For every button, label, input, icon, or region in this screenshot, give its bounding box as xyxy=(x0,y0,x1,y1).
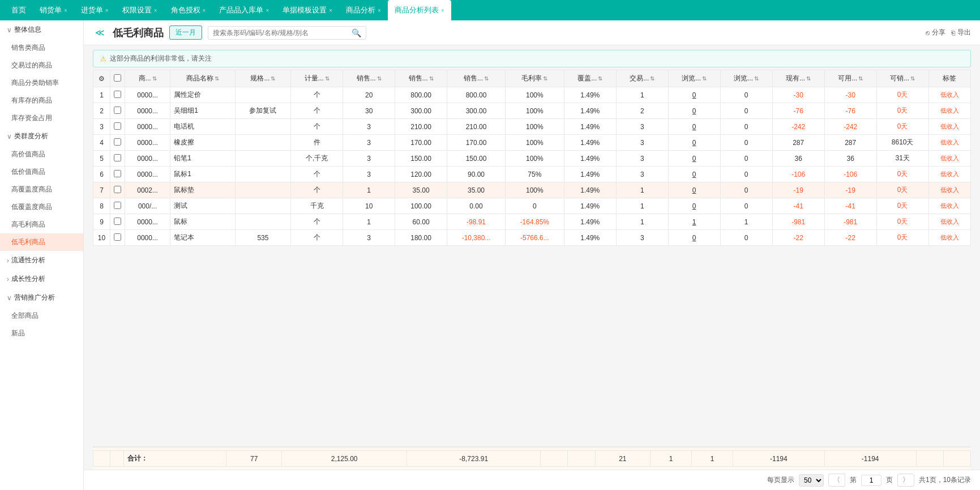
sidebar-item-new-goods[interactable]: 新品 xyxy=(0,325,83,342)
sidebar-group-cluster[interactable]: ∨ 类群度分析 xyxy=(0,127,83,146)
settings-icon[interactable]: ⚙ xyxy=(99,75,105,83)
sidebar-group-growth[interactable]: › 成长性分析 xyxy=(0,270,83,288)
cell-checkbox[interactable] xyxy=(110,167,125,182)
sidebar-item-traded-goods[interactable]: 交易过的商品 xyxy=(0,57,83,74)
row-checkbox[interactable] xyxy=(114,170,121,177)
row-checkbox[interactable] xyxy=(114,202,121,209)
filter-recent-month[interactable]: 近一月 xyxy=(169,25,202,40)
sidebar-item-stocked-goods[interactable]: 有库存的商品 xyxy=(0,92,83,109)
cell-name[interactable]: 鼠标 xyxy=(170,214,236,230)
nav-close-products[interactable]: × xyxy=(266,7,269,14)
next-page-btn[interactable]: 〉 xyxy=(897,474,914,487)
sidebar-item-low-coverage[interactable]: 低覆盖度商品 xyxy=(0,198,83,216)
col-checkbox[interactable] xyxy=(110,70,125,87)
nav-products[interactable]: 产品品入库单 × xyxy=(212,0,276,20)
row-checkbox[interactable] xyxy=(114,218,121,225)
col-margin-rate[interactable]: 毛利率⇅ xyxy=(505,70,564,87)
sidebar-item-low-value[interactable]: 低价值商品 xyxy=(0,163,83,181)
page-size-select[interactable]: 50 xyxy=(799,474,824,487)
nav-home[interactable]: 首页 xyxy=(5,0,33,20)
nav-sales[interactable]: 销货单 × xyxy=(33,0,74,20)
nav-close-permissions[interactable]: × xyxy=(154,7,157,14)
cell-checkbox[interactable] xyxy=(110,230,125,246)
page-number-input[interactable] xyxy=(861,475,881,486)
cell-view1[interactable]: 0 xyxy=(668,151,720,167)
cell-name[interactable]: 笔记本 xyxy=(170,230,236,246)
select-all-checkbox[interactable] xyxy=(114,74,121,82)
sidebar-item-category-sales[interactable]: 商品分类助销率 xyxy=(0,74,83,92)
cell-checkbox[interactable] xyxy=(110,135,125,151)
nav-purchase[interactable]: 进货单 × xyxy=(74,0,115,20)
sidebar-item-low-margin[interactable]: 低毛利商品 xyxy=(0,233,83,251)
sidebar-item-high-value[interactable]: 高价值商品 xyxy=(0,146,83,163)
nav-roles[interactable]: 角色授权 × xyxy=(164,0,213,20)
col-sales-price[interactable]: 销售...⇅ xyxy=(395,70,447,87)
col-tag[interactable]: 标签 xyxy=(928,70,970,87)
cell-view1[interactable]: 0 xyxy=(668,182,720,198)
cell-view1[interactable]: 0 xyxy=(668,135,720,151)
export-button[interactable]: ⎗ 导出 xyxy=(951,28,971,37)
nav-template[interactable]: 单据模板设置 × xyxy=(276,0,339,20)
cell-name[interactable]: 属性定价 xyxy=(170,87,236,103)
cell-checkbox[interactable] xyxy=(110,87,125,103)
sidebar-item-stock-capital[interactable]: 库存资金占用 xyxy=(0,109,83,127)
cell-view1[interactable]: 0 xyxy=(668,167,720,182)
sidebar-item-high-margin[interactable]: 高毛利商品 xyxy=(0,216,83,233)
col-name[interactable]: 商品名称⇅ xyxy=(170,70,236,87)
col-unit[interactable]: 计量...⇅ xyxy=(291,70,343,87)
cell-name[interactable]: 鼠标1 xyxy=(170,167,236,182)
share-button[interactable]: ⎋ 分享 xyxy=(926,28,945,37)
col-sales-qty[interactable]: 销售...⇅ xyxy=(343,70,395,87)
cell-checkbox[interactable] xyxy=(110,214,125,230)
sidebar-group-circulation[interactable]: › 流通性分析 xyxy=(0,251,83,270)
prev-page-btn[interactable]: 〈 xyxy=(828,474,845,487)
cell-name[interactable]: 铅笔1 xyxy=(170,151,236,167)
nav-close-template[interactable]: × xyxy=(329,7,332,14)
col-code[interactable]: 商...⇅ xyxy=(125,70,170,87)
search-icon[interactable]: 🔍 xyxy=(352,28,361,37)
row-checkbox[interactable] xyxy=(114,138,121,146)
cell-view1[interactable]: 0 xyxy=(668,119,720,135)
nav-goods-analysis-list[interactable]: 商品分析列表 × xyxy=(388,0,451,20)
col-trade[interactable]: 交易...⇅ xyxy=(616,70,668,87)
sidebar-group-overall[interactable]: ∨ 整体信息 xyxy=(0,20,83,39)
nav-permissions[interactable]: 权限设置 × xyxy=(115,0,164,20)
sidebar-group-marketing[interactable]: ∨ 营销推广分析 xyxy=(0,288,83,307)
cell-name[interactable]: 鼠标垫 xyxy=(170,182,236,198)
cell-view1[interactable]: 1 xyxy=(668,214,720,230)
row-checkbox[interactable] xyxy=(114,91,121,98)
sidebar-item-all-goods[interactable]: 全部商品 xyxy=(0,307,83,325)
col-sales-amount[interactable]: 销售...⇅ xyxy=(447,70,506,87)
cell-view1[interactable]: 0 xyxy=(668,103,720,119)
sidebar-item-high-coverage[interactable]: 高覆盖度商品 xyxy=(0,181,83,198)
col-available[interactable]: 可用...⇅ xyxy=(824,70,876,87)
col-view1[interactable]: 浏览...⇅ xyxy=(668,70,720,87)
col-sellable[interactable]: 可销...⇅ xyxy=(876,70,928,87)
col-view2[interactable]: 浏览...⇅ xyxy=(720,70,772,87)
cell-checkbox[interactable] xyxy=(110,119,125,135)
cell-name[interactable]: 吴细细1 xyxy=(170,103,236,119)
nav-close-goods-analysis-list[interactable]: × xyxy=(441,7,444,14)
col-spec[interactable]: 规格...⇅ xyxy=(235,70,290,87)
cell-checkbox[interactable] xyxy=(110,151,125,167)
cell-view1[interactable]: 0 xyxy=(668,198,720,214)
cell-checkbox[interactable] xyxy=(110,198,125,214)
nav-close-purchase[interactable]: × xyxy=(105,7,109,14)
nav-close-sales[interactable]: × xyxy=(64,7,67,14)
col-current[interactable]: 现有...⇅ xyxy=(772,70,824,87)
nav-close-roles[interactable]: × xyxy=(203,7,206,14)
cell-view1[interactable]: 0 xyxy=(668,87,720,103)
nav-close-goods-analysis[interactable]: × xyxy=(378,7,381,14)
row-checkbox[interactable] xyxy=(114,154,121,161)
row-checkbox[interactable] xyxy=(114,122,121,130)
row-checkbox[interactable] xyxy=(114,186,121,193)
collapse-sidebar-btn[interactable]: ≪ xyxy=(93,25,107,40)
col-coverage[interactable]: 覆盖...⇅ xyxy=(564,70,616,87)
sidebar-item-sales-goods[interactable]: 销售类商品 xyxy=(0,39,83,57)
cell-name[interactable]: 橡皮擦 xyxy=(170,135,236,151)
cell-name[interactable]: 测试 xyxy=(170,198,236,214)
search-input[interactable] xyxy=(213,29,352,37)
cell-checkbox[interactable] xyxy=(110,182,125,198)
cell-name[interactable]: 电话机 xyxy=(170,119,236,135)
row-checkbox[interactable] xyxy=(114,233,121,241)
